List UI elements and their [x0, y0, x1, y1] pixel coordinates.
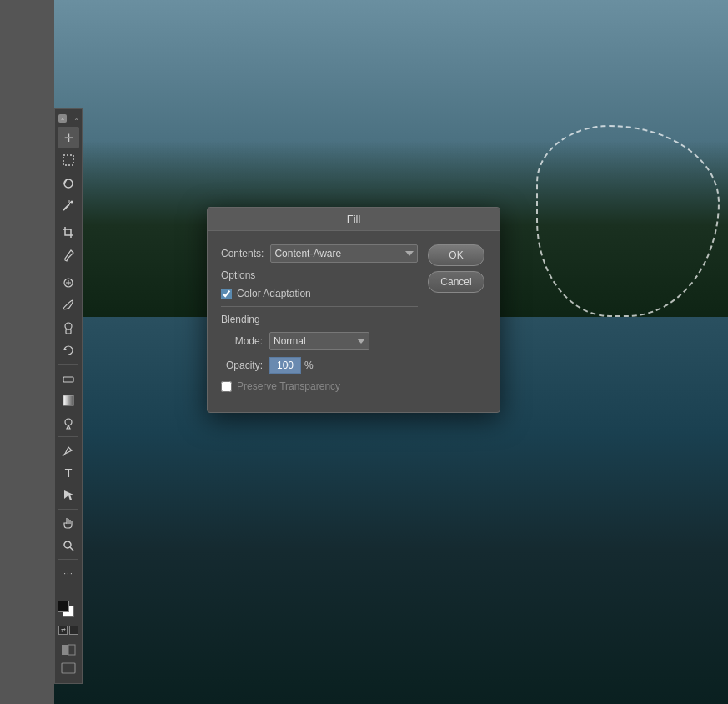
svg-rect-20 — [68, 645, 75, 655]
swatch-controls: ⇄ — [58, 626, 78, 635]
ok-button[interactable]: OK — [428, 244, 484, 266]
toolbox: × » ✛ — [54, 108, 83, 684]
more-tools-button[interactable]: ··· — [58, 562, 79, 584]
svg-marker-12 — [64, 348, 67, 350]
foreground-color-swatch[interactable] — [58, 601, 69, 612]
hand-tool-button[interactable] — [58, 512, 79, 534]
color-swatches[interactable] — [58, 601, 79, 622]
color-adaptation-checkbox[interactable] — [221, 289, 232, 299]
healing-brush-button[interactable] — [58, 272, 79, 294]
marquee-tool-button[interactable] — [58, 149, 79, 171]
opacity-row: Opacity: 100 % — [221, 357, 418, 374]
blending-section-label: Blending — [221, 314, 418, 325]
svg-point-17 — [64, 541, 71, 548]
pen-tool-button[interactable] — [58, 440, 79, 461]
mode-label: Mode: — [221, 335, 263, 347]
options-section-label: Options — [221, 269, 418, 281]
clone-stamp-button[interactable] — [58, 317, 79, 339]
preserve-transparency-label[interactable]: Preserve Transparency — [237, 380, 340, 392]
svg-point-6 — [71, 201, 73, 204]
quick-mask-button[interactable] — [58, 641, 79, 658]
svg-rect-11 — [66, 329, 71, 334]
svg-line-3 — [63, 204, 69, 210]
section-divider — [221, 306, 418, 307]
opacity-input[interactable]: 100 — [269, 357, 301, 374]
tool-separator-5 — [58, 509, 78, 510]
dodge-burn-button[interactable] — [58, 412, 79, 434]
swap-colors-button[interactable]: ⇄ — [58, 626, 68, 635]
tool-separator-4 — [58, 436, 78, 437]
mode-row: Mode: Normal Multiply Screen Overlay Dar… — [221, 332, 418, 350]
brush-tool-button[interactable] — [58, 294, 79, 316]
contents-row: Contents: Content-Aware Foreground Color… — [221, 244, 418, 263]
opacity-label: Opacity: — [221, 360, 263, 371]
opacity-percent-label: % — [304, 360, 314, 371]
cancel-button[interactable]: Cancel — [428, 271, 484, 293]
dialog-title: Fill — [208, 208, 500, 231]
toolbox-close-button[interactable]: × — [58, 114, 67, 123]
svg-rect-19 — [62, 645, 68, 655]
svg-line-18 — [70, 547, 73, 551]
gradient-tool-button[interactable] — [58, 390, 79, 411]
move-tool-button[interactable]: ✛ — [58, 127, 79, 148]
crop-tool-button[interactable] — [58, 222, 79, 244]
svg-rect-0 — [63, 155, 73, 165]
svg-rect-14 — [63, 395, 73, 405]
path-select-button[interactable] — [58, 485, 79, 506]
toolbox-expand-button[interactable]: » — [75, 115, 78, 123]
svg-line-16 — [63, 454, 65, 456]
magic-wand-button[interactable] — [58, 194, 79, 216]
history-brush-button[interactable] — [58, 339, 79, 361]
default-colors-button[interactable] — [69, 626, 78, 635]
zoom-tool-button[interactable] — [58, 535, 79, 556]
type-icon: T — [65, 466, 73, 480]
eraser-button[interactable] — [58, 367, 79, 389]
dialog-left-panel: Contents: Content-Aware Foreground Color… — [221, 244, 418, 399]
toolbox-header: × » — [55, 113, 82, 124]
more-icon: ··· — [63, 569, 73, 578]
preserve-transparency-row: Preserve Transparency — [221, 380, 418, 392]
tool-separator-1 — [58, 219, 78, 219]
color-adaptation-row: Color Adaptation — [221, 288, 418, 299]
color-adaptation-label[interactable]: Color Adaptation — [237, 288, 311, 299]
tool-separator-3 — [58, 364, 78, 365]
screen-mode-button[interactable] — [58, 660, 79, 676]
tool-separator-2 — [58, 269, 78, 269]
lasso-tool-button[interactable] — [58, 172, 79, 194]
contents-label: Contents: — [221, 248, 264, 259]
svg-rect-21 — [62, 663, 75, 673]
dialog-body: Contents: Content-Aware Foreground Color… — [208, 231, 500, 412]
dialog-right-panel: OK Cancel — [428, 244, 486, 399]
preserve-transparency-checkbox[interactable] — [221, 381, 232, 392]
type-tool-button[interactable]: T — [58, 462, 79, 484]
tool-separator-6 — [58, 559, 78, 560]
mode-select[interactable]: Normal Multiply Screen Overlay Darken Li… — [269, 332, 369, 350]
contents-select[interactable]: Content-Aware Foreground Color Backgroun… — [270, 244, 418, 263]
eyedropper-button[interactable] — [58, 244, 79, 266]
svg-point-10 — [65, 323, 72, 329]
svg-rect-13 — [63, 377, 73, 382]
fill-dialog: Fill Contents: Content-Aware Foreground … — [207, 207, 500, 413]
